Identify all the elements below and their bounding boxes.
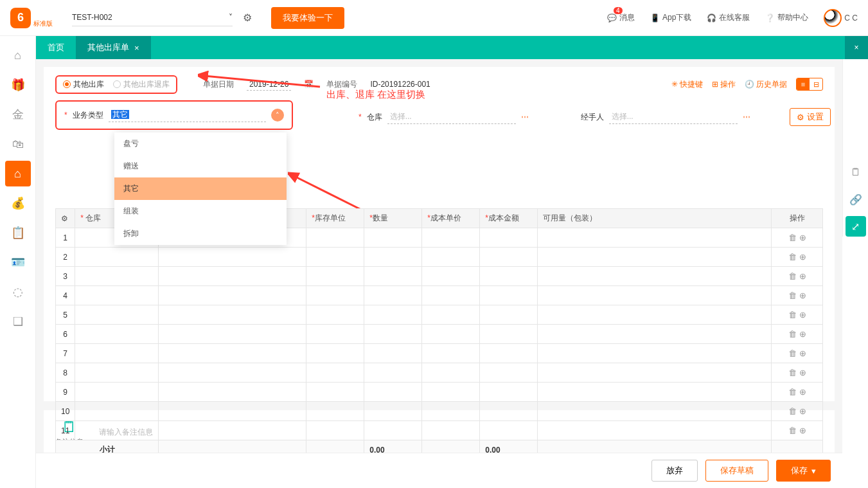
phone-icon: 📱 bbox=[650, 14, 660, 23]
avatar bbox=[824, 9, 842, 27]
edition-label: 标准版 bbox=[33, 19, 53, 28]
online-service-link[interactable]: 🎧 在线客服 bbox=[707, 12, 750, 23]
online-service-label: 在线客服 bbox=[719, 12, 750, 23]
org-selector[interactable]: TEST-H002 ˅ bbox=[72, 9, 233, 26]
gear-icon[interactable]: ⚙ bbox=[243, 12, 252, 24]
help-icon: ❔ bbox=[765, 14, 775, 23]
chevron-down-icon: ˅ bbox=[229, 13, 233, 22]
messages-link[interactable]: 💬 消息 4 bbox=[607, 12, 635, 23]
help-center-label: 帮助中心 bbox=[777, 12, 808, 23]
user-name: C C bbox=[844, 14, 858, 23]
app-download-label: App下载 bbox=[662, 12, 691, 23]
messages-label: 消息 bbox=[619, 12, 635, 23]
org-name: TEST-H002 bbox=[72, 13, 112, 22]
user-menu[interactable]: C C bbox=[824, 9, 858, 27]
top-right: 💬 消息 4 📱 App下载 🎧 在线客服 ❔ 帮助中心 C C bbox=[607, 9, 858, 27]
headset-icon: 🎧 bbox=[707, 14, 716, 23]
logo: 6 bbox=[10, 8, 31, 28]
help-center-link[interactable]: ❔ 帮助中心 bbox=[765, 12, 808, 23]
trial-button[interactable]: 我要体验一下 bbox=[271, 7, 344, 29]
app-download-link[interactable]: 📱 App下载 bbox=[650, 12, 691, 23]
message-icon: 💬 bbox=[607, 14, 617, 23]
messages-badge: 4 bbox=[614, 7, 623, 14]
top-header: 6 标准版 TEST-H002 ˅ ⚙ 我要体验一下 💬 消息 4 📱 App下… bbox=[0, 0, 868, 36]
